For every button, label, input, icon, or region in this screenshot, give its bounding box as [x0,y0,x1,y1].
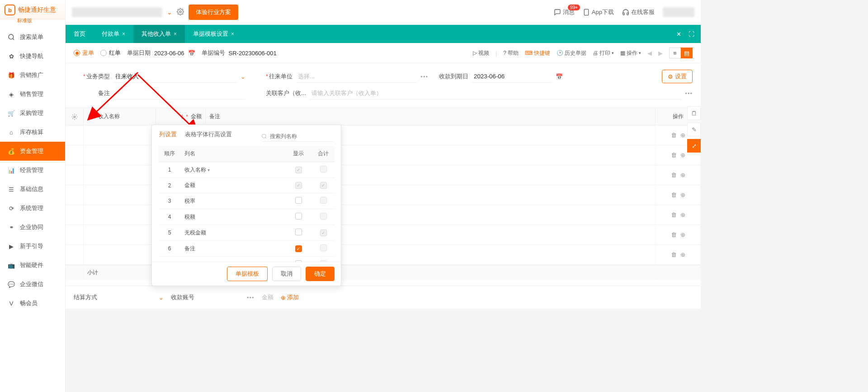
tab-3[interactable]: 单据模板设置× [185,25,242,43]
sidebar-item-vip[interactable]: V畅会员 [0,294,65,313]
copy-row-icon[interactable]: ⊕ [680,251,685,258]
checkbox-unchecked-icon[interactable] [295,213,302,220]
sidebar-item-search[interactable]: 搜索菜单 [0,28,65,47]
trial-button[interactable]: 体验行业方案 [189,5,238,20]
account-lookup-icon[interactable]: ••• [247,294,255,301]
copy-row-icon[interactable]: ⊕ [680,231,685,238]
tab-close-all-icon[interactable]: ✕ [675,29,683,39]
delete-row-icon[interactable]: 🗑 [671,211,677,218]
sidebar-item-wechat[interactable]: 💬企业微信 [0,275,65,294]
tab-close-icon[interactable]: × [231,31,234,37]
video-button[interactable]: ▷视频 [473,49,489,57]
checkbox-semi-icon[interactable] [320,182,327,189]
column-row[interactable]: 1收入名称▾ [158,162,335,178]
checkbox-semi-icon[interactable] [320,229,327,236]
column-search-input[interactable] [269,131,334,141]
chevron-down-icon[interactable]: ▾ [208,167,210,172]
tab-2[interactable]: 其他收入单× [133,25,185,43]
float-note-icon[interactable]: 🗒 [687,106,701,120]
popup-tab-style[interactable]: 表格字体行高设置 [185,130,232,142]
template-button[interactable]: 单据模板 [227,267,268,281]
add-settle-button[interactable]: ⊕ 添加 [281,293,299,301]
checkbox-unchecked-icon[interactable] [295,260,302,262]
float-edit-icon[interactable]: ✎ [687,123,701,136]
column-row[interactable]: 3税率 [158,193,335,209]
unit-input[interactable] [296,70,417,83]
view-list-button[interactable]: ≡ [669,48,681,58]
tab-0[interactable]: 首页 [66,25,94,43]
sidebar-item-hw[interactable]: 📺智能硬件 [0,256,65,275]
col-amount[interactable]: ▲▼ *金额 [156,108,206,125]
checkbox-unchecked-icon[interactable] [295,229,302,235]
float-expand-icon[interactable]: ⤢ [687,139,701,153]
confirm-button[interactable]: 确定 [306,267,335,281]
app-download-button[interactable]: App下载 [583,8,614,16]
message-button[interactable]: 消息 99+ [554,8,575,16]
operate-button[interactable]: ▦操作▾ [620,49,641,57]
tab-fullscreen-icon[interactable]: ⛶ [687,29,696,39]
col-remark[interactable]: 备注 [206,108,656,125]
sidebar-item-biz[interactable]: 📊经营管理 [0,161,65,180]
delete-row-icon[interactable]: 🗑 [671,251,677,258]
sidebar-item-cart[interactable]: 🛒采购管理 [0,104,65,123]
nav-prev-icon[interactable]: ◀ [647,50,652,57]
help-button[interactable]: ?帮助 [503,49,519,57]
delete-row-icon[interactable]: 🗑 [671,191,677,198]
assoc-customer-input[interactable] [310,87,681,100]
col-income-name[interactable]: ▲▼ *收入名称 [84,108,156,125]
view-card-button[interactable]: ▤ [681,48,693,58]
delete-row-icon[interactable]: 🗑 [671,152,677,158]
tab-close-icon[interactable]: × [122,31,125,37]
tab-close-icon[interactable]: × [174,31,177,37]
radio-red[interactable]: 红单 [100,49,121,57]
copy-row-icon[interactable]: ⊕ [680,152,685,158]
nav-next-icon[interactable]: ▶ [658,50,663,57]
org-settings-icon[interactable] [177,8,184,17]
print-button[interactable]: 🖨打印▾ [593,49,614,57]
sidebar-item-base[interactable]: ☰基础信息 [0,180,65,199]
sidebar-item-stock[interactable]: ⌂库存核算 [0,123,65,142]
form-settings-button[interactable]: ⚙ 设置 [662,70,693,83]
copy-row-icon[interactable]: ⊕ [680,172,685,178]
chevron-down-icon[interactable]: ⌄ [159,294,164,301]
checkbox-semi-icon[interactable] [295,182,302,189]
date-value[interactable]: 2023-06-06 [154,50,184,57]
copy-row-icon[interactable]: ⊕ [680,132,685,139]
sidebar-item-sys[interactable]: ⟳系统管理 [0,199,65,218]
column-row[interactable]: 4税额 [158,209,335,225]
remark-input[interactable] [113,87,245,100]
online-service-button[interactable]: 在线客服 [622,8,655,16]
delete-row-icon[interactable]: 🗑 [671,132,677,139]
table-settings-button[interactable] [66,108,84,125]
copy-row-icon[interactable]: ⊕ [680,191,685,198]
checkbox-unchecked-icon[interactable] [295,197,302,204]
delete-row-icon[interactable]: 🗑 [671,172,677,178]
shortcut-button[interactable]: ⌨快捷键 [525,49,550,57]
history-button[interactable]: 🕑历史单据 [557,49,586,57]
sidebar-item-gift[interactable]: 🎁营销推广 [0,66,65,85]
calendar-icon[interactable]: 📅 [188,50,195,57]
chevron-down-icon[interactable]: ⌄ [241,73,245,80]
column-row[interactable]: 6备注 [158,241,335,257]
sidebar-item-guide[interactable]: ▶新手引导 [0,237,65,256]
assoc-lookup-icon[interactable]: ••• [685,90,693,97]
user-avatar-blurred[interactable] [663,7,694,17]
radio-blue[interactable]: 蓝单 [74,49,94,57]
column-row[interactable]: 5无税金额 [158,225,335,241]
checkbox-checked-icon[interactable] [295,245,302,252]
delete-row-icon[interactable]: 🗑 [671,231,677,238]
sidebar-item-sales[interactable]: ◈销售管理 [0,85,65,104]
column-row[interactable]: 2金额 [158,178,335,193]
popup-tab-columns[interactable]: 列设置 [159,130,177,142]
sidebar-item-coop[interactable]: ⚭企业协同 [0,218,65,237]
cancel-button[interactable]: 取消 [272,267,301,281]
org-dropdown-icon[interactable]: ⌄ [167,9,172,16]
unit-lookup-icon[interactable]: ••• [420,73,428,80]
copy-row-icon[interactable]: ⊕ [680,211,685,218]
sidebar-item-money[interactable]: 💰资金管理 [0,142,65,161]
tab-1[interactable]: 付款单× [94,25,133,43]
calendar-icon[interactable]: 📅 [556,73,563,80]
checkbox-semi-icon[interactable] [295,167,302,173]
column-row[interactable]: 7核销金额 [158,257,335,262]
biz-type-select[interactable] [113,70,237,83]
